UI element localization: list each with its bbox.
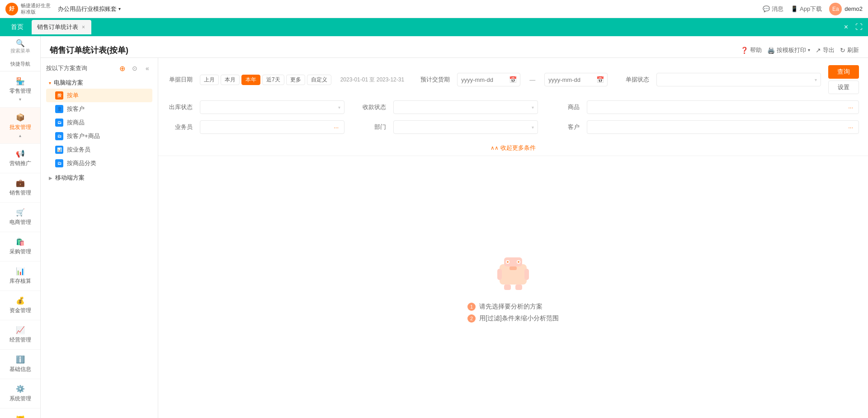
salesperson-more-button[interactable]: ···: [332, 124, 340, 131]
sidebar-item-enterprise[interactable]: 🤝 企业协同: [0, 408, 40, 418]
svg-point-5: [518, 261, 519, 263]
date-separator: —: [528, 76, 537, 83]
product-more-button[interactable]: ···: [846, 104, 855, 111]
product-input-wrap[interactable]: ···: [587, 100, 859, 114]
app-download-button[interactable]: 📱 App下载: [791, 5, 822, 13]
user-profile[interactable]: Ea demo2: [829, 3, 863, 15]
tab-sales-order-stats[interactable]: 销售订单统计表 ×: [32, 20, 91, 34]
tab-bar: 首页 销售订单统计表 × × ⛶: [0, 18, 868, 36]
expected-date-start-input[interactable]: [457, 73, 520, 86]
sidebar-item-finance[interactable]: 💰 资金管理: [0, 291, 40, 320]
edit-icon: ⊙: [132, 65, 137, 72]
scheme-edit-button[interactable]: ⊙: [130, 63, 140, 73]
help-button[interactable]: ❓ 帮助: [741, 46, 762, 54]
template-print-button[interactable]: 🖨️ 按模板打印 ▾: [767, 46, 810, 54]
order-status-label: 单据状态: [624, 76, 649, 84]
scheme-item-icon-by-category: 🗂: [55, 159, 63, 167]
filter-section: 单据日期 上月 本月 本年 近7天 更多 自定义 2023-01-01 至 20…: [158, 58, 868, 156]
expected-date-end-input[interactable]: [544, 73, 608, 86]
scheme-group-mobile-title[interactable]: ▶ 移动端方案: [46, 172, 152, 184]
sidebar-item-system[interactable]: ⚙️ 系统管理: [0, 379, 40, 408]
scheme-item-by-salesperson[interactable]: 📊 按业务员: [46, 143, 152, 157]
sidebar-quicknav-button[interactable]: 快捷导航: [0, 57, 40, 71]
date-last7-button[interactable]: 近7天: [262, 75, 284, 85]
top-header: 好 畅捷通好生意 标准版 办公用品行业模拟账套 ▾ 💬 消息 📱 App下载 E…: [0, 0, 868, 18]
scheme-group-pc-title[interactable]: ▾ 电脑端方案: [46, 77, 152, 89]
workspace-selector[interactable]: 办公用品行业模拟账套 ▾: [54, 3, 124, 15]
scheme-item-by-customer-product[interactable]: 🗂 按客户+商品: [46, 129, 152, 143]
date-prev-month-button[interactable]: 上月: [200, 75, 219, 85]
sidebar-item-inventory[interactable]: 📊 库存核算: [0, 261, 40, 291]
sidebar-item-marketing[interactable]: 📢 营销推广: [0, 144, 40, 173]
scheme-collapse-button[interactable]: «: [142, 63, 152, 73]
logo-area: 好 畅捷通好生意 标准版: [5, 3, 51, 15]
customer-input-wrap[interactable]: ···: [587, 120, 859, 134]
scheme-item-by-product[interactable]: 🗂 按商品: [46, 116, 152, 129]
sidebar-item-retail[interactable]: 🏪 零售管理 ▾: [0, 71, 40, 108]
tab-maximize-button[interactable]: ⛶: [854, 21, 864, 33]
scheme-add-button[interactable]: ⊕: [117, 63, 127, 73]
export-button[interactable]: ↗ 导出: [816, 46, 835, 54]
date-quick-btns: 上月 本月 本年 近7天 更多 自定义: [200, 75, 331, 85]
marketing-icon: 📢: [16, 149, 25, 158]
salesperson-input-wrap[interactable]: ···: [200, 120, 344, 134]
main-layout: 🔍 搜索菜单 快捷导航 🏪 零售管理 ▾ 📦 批发管理 ▴ 📢 营销推广 💼 销…: [0, 36, 868, 418]
scheme-item-icon-by-customer: 👤: [55, 105, 63, 113]
sidebar-item-basic[interactable]: ℹ️ 基础信息: [0, 350, 40, 379]
product-label: 商品: [554, 103, 580, 111]
customer-input[interactable]: [591, 124, 846, 131]
date-this-month-button[interactable]: 本月: [221, 75, 240, 85]
finance-icon: 💰: [16, 296, 25, 305]
scheme-item-icon-by-salesperson: 📊: [55, 146, 63, 154]
date-this-year-button[interactable]: 本年: [241, 75, 260, 85]
page-actions: ❓ 帮助 🖨️ 按模板打印 ▾ ↗ 导出 ↻ 刷新: [741, 46, 859, 54]
empty-tip-1: 1 请先选择要分析的方案: [467, 303, 559, 311]
sidebar-search-button[interactable]: 🔍 搜索菜单: [0, 36, 40, 57]
scheme-item-by-customer[interactable]: 👤 按客户: [46, 102, 152, 116]
refresh-button[interactable]: ↻ 刷新: [840, 46, 859, 54]
product-input[interactable]: [591, 104, 846, 111]
sidebar-item-sales[interactable]: 💼 销售管理: [0, 173, 40, 203]
customer-more-button[interactable]: ···: [846, 124, 855, 131]
svg-rect-7: [497, 269, 502, 280]
scheme-item-by-order[interactable]: 按 按单: [46, 89, 152, 102]
empty-state: 1 请先选择要分析的方案 2 用[过滤]条件来缩小分析范围: [158, 156, 868, 418]
sidebar-item-purchase[interactable]: 🛍️ 采购管理: [0, 232, 40, 261]
ship-status-label: 出库状态: [167, 103, 193, 111]
chevron-down-icon: ▾: [49, 81, 51, 86]
expected-date-label: 预计交货期: [420, 76, 450, 84]
scheme-item-icon-by-order: 按: [55, 91, 63, 100]
tab-close-button[interactable]: ×: [81, 23, 86, 31]
tip-num-2: 2: [467, 314, 476, 323]
ship-status-select[interactable]: ▾: [200, 100, 344, 114]
scheme-panel: 按以下方案查询 ⊕ ⊙ « ▾: [41, 58, 158, 418]
department-select[interactable]: ▾: [393, 120, 538, 134]
retail-icon: 🏪: [16, 77, 25, 86]
sidebar-item-operations[interactable]: 📈 经营管理: [0, 320, 40, 350]
tip-num-1: 1: [467, 303, 476, 311]
page-title-bar: 销售订单统计表(按单) ❓ 帮助 🖨️ 按模板打印 ▾ ↗ 导出 ↻ 刷新: [41, 36, 868, 58]
date-more-button[interactable]: 更多: [286, 75, 305, 85]
salesperson-label: 业务员: [167, 123, 193, 131]
messages-button[interactable]: 💬 消息: [763, 5, 783, 13]
scheme-item-icon-by-product: 🗂: [55, 119, 63, 127]
user-name[interactable]: demo2: [844, 5, 863, 12]
order-status-select[interactable]: ▾: [656, 73, 821, 86]
scheme-item-by-category[interactable]: 🗂 按商品分类: [46, 157, 152, 170]
sales-icon: 💼: [16, 179, 25, 187]
svg-point-4: [507, 261, 509, 263]
collapse-icon: ∧∧: [491, 145, 499, 151]
query-button[interactable]: 查询: [828, 65, 859, 79]
setting-button[interactable]: 设置: [828, 81, 859, 94]
tab-minimize-button[interactable]: ×: [842, 21, 850, 33]
customer-label: 客户: [554, 123, 580, 131]
print-icon: 🖨️: [767, 47, 775, 54]
operations-icon: 📈: [16, 326, 25, 334]
tab-home[interactable]: 首页: [4, 20, 31, 34]
sidebar-item-ecommerce[interactable]: 🛒 电商管理: [0, 203, 40, 232]
collapse-button[interactable]: ∧∧ 收起更多条件: [167, 140, 859, 156]
payment-status-select[interactable]: ▾: [393, 100, 538, 114]
sidebar-item-wholesale[interactable]: 📦 批发管理 ▴: [0, 108, 40, 144]
date-custom-button[interactable]: 自定义: [307, 75, 331, 85]
salesperson-input[interactable]: [204, 124, 332, 131]
